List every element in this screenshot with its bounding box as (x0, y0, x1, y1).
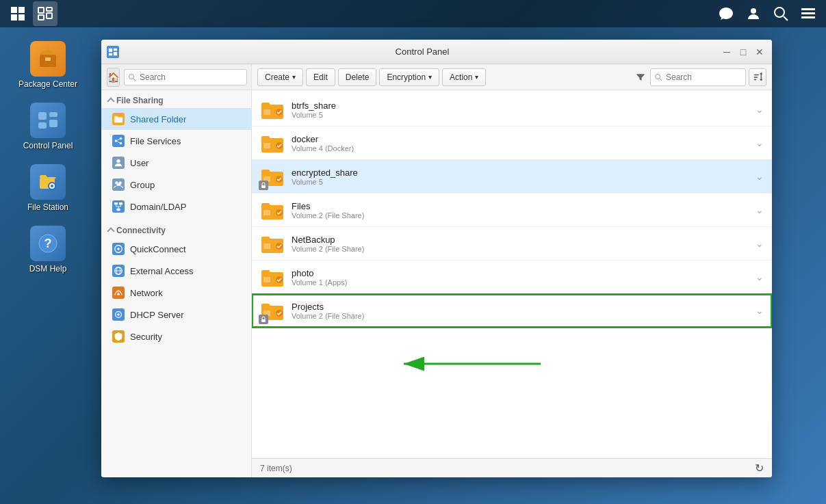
window-body: 🏠 File Sharing Shared Folder File Servic… (101, 64, 772, 477)
folder-item-photo[interactable]: photo Volume 1 (Apps) ⌄ (252, 261, 772, 294)
sidebar-item-group-label: Group (130, 180, 155, 190)
folder-subtitle-photo: Volume 1 (Apps) (292, 278, 749, 287)
external-access-icon (112, 265, 125, 277)
folder-chevron-encrypted[interactable]: ⌄ (756, 171, 764, 182)
folder-name-projects: Projects (292, 302, 749, 312)
svg-point-8 (751, 8, 756, 14)
folder-item-encrypted-share[interactable]: encrypted_share Volume 5 ⌄ (252, 160, 772, 194)
sidebar-item-file-services[interactable]: File Services (101, 130, 251, 152)
connectivity-label: Connectivity (116, 226, 166, 235)
main-content: Create ▾ Edit Delete Encryption ▾ Action… (252, 64, 772, 477)
sort-icon (753, 72, 762, 82)
folder-item-files[interactable]: Files Volume 2 (File Share) ⌄ (252, 194, 772, 227)
window-titlebar: Control Panel ─ □ ✕ (101, 40, 772, 64)
folder-info-files: Files Volume 2 (File Share) (292, 201, 749, 220)
toolbar-search-input[interactable] (650, 68, 746, 86)
encryption-label: Encryption (387, 72, 426, 82)
sidebar-item-external-access[interactable]: External Access (101, 260, 251, 282)
svg-rect-28 (109, 48, 112, 51)
svg-marker-15 (40, 49, 56, 55)
create-button[interactable]: Create ▾ (257, 68, 303, 86)
refresh-button[interactable]: ↻ (755, 462, 764, 475)
folder-chevron-files[interactable]: ⌄ (756, 204, 764, 215)
folder-chevron-projects[interactable]: ⌄ (756, 305, 764, 316)
svg-rect-6 (38, 15, 44, 20)
folder-item-docker[interactable]: docker Volume 4 (Docker) ⌄ (252, 127, 772, 160)
sidebar-item-user[interactable]: User (101, 152, 251, 174)
folder-item-btrfs-share[interactable]: btrfs_share Volume 5 ⌄ (252, 93, 772, 127)
sidebar-item-domain-ldap[interactable]: Domain/LDAP (101, 196, 251, 217)
folder-name-btrfs-share: btrfs_share (292, 101, 749, 111)
desktop-icon-control-panel[interactable]: Control Panel (5, 100, 90, 153)
window-minimize-button[interactable]: ─ (720, 45, 734, 59)
taskbar-chat-icon[interactable] (714, 1, 738, 26)
desktop-icon-dsm-help[interactable]: ? DSM Help (5, 223, 90, 276)
folder-item-projects[interactable]: Projects Volume 2 (File Share) ⌄ (252, 294, 772, 328)
delete-button[interactable]: Delete (338, 68, 377, 86)
svg-rect-75 (261, 319, 266, 322)
sidebar-item-network[interactable]: Network (101, 282, 251, 304)
window-maximize-button[interactable]: □ (736, 45, 750, 59)
svg-line-10 (784, 16, 788, 21)
svg-point-32 (115, 140, 118, 142)
sidebar-item-file-services-label: File Services (130, 136, 181, 146)
desktop-icon-package-center[interactable]: Package Center (5, 38, 90, 92)
taskbar-search-icon[interactable] (769, 1, 793, 26)
sidebar-section-connectivity: Connectivity (101, 220, 251, 238)
action-button[interactable]: Action ▾ (442, 68, 486, 86)
sidebar-home-button[interactable]: 🏠 (107, 68, 120, 87)
window-close-button[interactable]: ✕ (753, 45, 766, 59)
desktop-icon-file-station-label: File Station (27, 202, 68, 212)
window-title: Control Panel (125, 47, 720, 57)
desktop-icon-file-station[interactable]: File Station (5, 161, 90, 215)
folder-icon-netbackup (260, 231, 285, 256)
folder-svg-photo (260, 265, 285, 289)
folder-name-encrypted-share: encrypted_share (292, 168, 749, 178)
sidebar-item-quickconnect[interactable]: QuickConnect (101, 238, 251, 260)
taskbar-menu-icon[interactable] (796, 1, 821, 26)
sidebar-item-shared-folder-label: Shared Folder (130, 114, 186, 124)
sort-button[interactable] (749, 68, 766, 86)
svg-text:?: ? (44, 237, 52, 250)
lock-badge-projects (259, 315, 268, 324)
sidebar-toolbar: 🏠 (101, 64, 251, 90)
svg-rect-42 (116, 209, 120, 211)
taskbar (0, 0, 826, 27)
sidebar-item-dhcp-server[interactable]: DHCP Server (101, 304, 251, 326)
folder-chevron-photo[interactable]: ⌄ (756, 271, 764, 282)
sidebar-item-quickconnect-label: QuickConnect (130, 244, 186, 254)
sidebar-item-security[interactable]: Security (101, 326, 251, 347)
taskbar-control-panel[interactable] (33, 1, 57, 26)
edit-button[interactable]: Edit (306, 68, 335, 86)
svg-rect-67 (263, 210, 270, 215)
folder-chevron-btrfs[interactable]: ⌄ (756, 104, 764, 115)
folder-chevron-netbackup[interactable]: ⌄ (756, 238, 764, 249)
sidebar-search-input[interactable] (124, 69, 247, 85)
desktop-icon-package-center-label: Package Center (18, 79, 77, 89)
taskbar-apps-button[interactable] (5, 1, 30, 26)
status-bar: 7 item(s) ↻ (252, 458, 772, 477)
svg-rect-5 (47, 8, 52, 11)
svg-point-25 (51, 185, 53, 187)
svg-rect-52 (117, 293, 120, 295)
folder-icon-docker (260, 131, 285, 155)
svg-rect-41 (119, 202, 122, 205)
folder-subtitle-projects: Volume 2 (File Share) (292, 312, 749, 320)
folder-subtitle-netbackup: Volume 2 (File Share) (292, 245, 749, 253)
folder-name-netbackup: NetBackup (292, 235, 749, 245)
folder-subtitle-btrfs-share: Volume 5 (292, 111, 749, 119)
create-label: Create (265, 72, 289, 82)
folder-chevron-docker[interactable]: ⌄ (756, 137, 764, 148)
svg-rect-7 (47, 13, 52, 18)
sidebar-item-group[interactable]: Group (101, 174, 251, 196)
sidebar-item-shared-folder[interactable]: Shared Folder (101, 108, 251, 130)
user-icon (112, 157, 125, 169)
edit-label: Edit (313, 72, 328, 82)
folder-info-netbackup: NetBackup Volume 2 (File Share) (292, 235, 749, 253)
taskbar-user-icon[interactable] (741, 1, 766, 26)
folder-item-netbackup[interactable]: NetBackup Volume 2 (File Share) ⌄ (252, 227, 772, 261)
sidebar: 🏠 File Sharing Shared Folder File Servic… (101, 64, 252, 477)
action-label: Action (450, 72, 472, 82)
encryption-button[interactable]: Encryption ▾ (379, 68, 439, 86)
file-services-icon (112, 135, 125, 147)
